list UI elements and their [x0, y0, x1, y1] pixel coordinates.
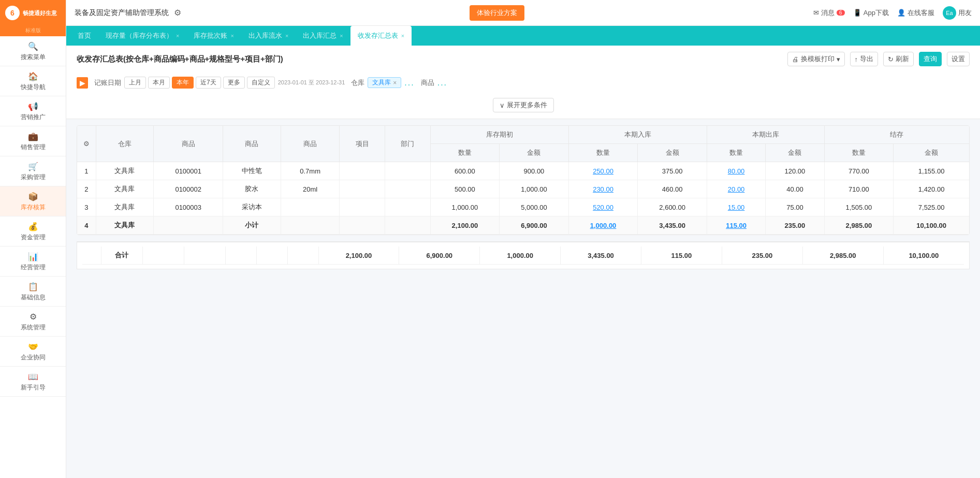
row-warehouse: 文具库: [96, 180, 154, 198]
tab-receipt-summary[interactable]: 收发存汇总表×: [350, 26, 412, 46]
tab-inventory[interactable]: 现存量（库存分布表）×: [98, 26, 186, 46]
goods-code-header: 商品: [154, 126, 223, 162]
inventory-icon: 📦: [28, 192, 38, 201]
goods-spec-header: 商品: [281, 126, 339, 162]
service-icon: 👤: [897, 9, 905, 17]
export-button[interactable]: ↑ 导出: [850, 52, 879, 66]
row-out-amt: 40.00: [766, 180, 824, 198]
sidebar-item-base-info[interactable]: 📋 基础信息: [0, 277, 66, 307]
tab-inout-flow[interactable]: 出入库流水×: [241, 26, 296, 46]
tab-inout-summary[interactable]: 出入库汇总×: [296, 26, 350, 46]
expand-conditions-button[interactable]: ∨ 展开更多条件: [493, 98, 554, 112]
row-out-amt: 120.00: [766, 162, 824, 180]
export-icon: ↑: [855, 55, 858, 63]
sidebar-item-operations[interactable]: 📊 经营管理: [0, 247, 66, 277]
footer-in-qty: 1,000.00: [480, 247, 561, 265]
row-in-qty[interactable]: 230.00: [568, 180, 638, 198]
print-icon: 🖨: [792, 55, 799, 63]
search-icon: 🔍: [28, 41, 38, 51]
row-start-amt: 6,900.00: [500, 216, 569, 235]
warehouse-more-dots[interactable]: ...: [404, 78, 414, 88]
date-btn-近7天[interactable]: 近7天: [196, 77, 221, 89]
query-button[interactable]: 查询: [919, 52, 942, 66]
row-goods-name: 中性笔: [223, 162, 281, 180]
goods-name-header: 商品: [223, 126, 281, 162]
app-subtitle: 标准版: [0, 26, 66, 36]
print-button[interactable]: 🖨 换模板打印 ▾: [787, 52, 845, 66]
table-row: 1 文具库 0100001 中性笔 0.7mm 600.00 900.00 25…: [77, 162, 969, 180]
row-bal-qty: 770.00: [824, 162, 894, 180]
warehouse-filter-group: 仓库 文具库 × ...: [351, 77, 414, 88]
user-avatar: Ea: [943, 6, 956, 20]
sidebar-item-sales[interactable]: 💼 销售管理: [0, 126, 66, 156]
date-btn-更多[interactable]: 更多: [223, 77, 245, 89]
sidebar-item-label: 销售管理: [21, 143, 46, 152]
department-header: 部门: [385, 126, 430, 162]
row-department: [385, 216, 430, 235]
row-in-amt: 375.00: [638, 162, 707, 180]
row-goods-name: 小计: [223, 216, 281, 235]
date-btn-自定义[interactable]: 自定义: [247, 77, 275, 89]
user-item[interactable]: Ea 用友: [943, 6, 972, 20]
row-in-qty[interactable]: 250.00: [568, 162, 638, 180]
settings-button[interactable]: 设置: [947, 52, 970, 66]
row-bal-qty: 1,505.00: [824, 198, 894, 216]
sidebar-item-system[interactable]: ⚙ 系统管理: [0, 307, 66, 337]
footer-label: 合计: [101, 247, 142, 265]
operations-icon: 📊: [28, 252, 38, 262]
refresh-icon: ↻: [888, 55, 894, 63]
tab-close-icon[interactable]: ×: [176, 33, 179, 39]
sidebar-item-inventory[interactable]: 📦 库存核算: [0, 186, 66, 216]
sidebar-item-marketing[interactable]: 📢 营销推广: [0, 96, 66, 126]
system-name: 装备及固定资产辅助管理系统: [75, 8, 169, 18]
sidebar-item-finance[interactable]: 💰 资金管理: [0, 216, 66, 247]
sidebar-item-label: 营销推广: [21, 113, 46, 122]
row-in-qty[interactable]: 1,000.00: [568, 216, 638, 235]
date-btn-本年[interactable]: 本年: [172, 77, 194, 89]
goods-more-dots[interactable]: ...: [437, 78, 447, 88]
footer-bal-qty: 2,985.00: [802, 247, 883, 265]
online-service-item[interactable]: 👤 在线客服: [897, 8, 934, 18]
row-bal-amt: 10,100.00: [894, 216, 969, 235]
sidebar-item-corp[interactable]: 🤝 企业协同: [0, 337, 66, 367]
refresh-button[interactable]: ↻ 刷新: [883, 52, 914, 66]
row-out-qty[interactable]: 15.00: [707, 198, 765, 216]
row-out-qty[interactable]: 20.00: [707, 180, 765, 198]
row-bal-amt: 1,155.00: [894, 162, 969, 180]
sidebar-item-purchase[interactable]: 🛒 采购管理: [0, 156, 66, 186]
row-bal-qty: 2,985.00: [824, 216, 894, 235]
message-item[interactable]: ✉ 消息 6: [813, 8, 845, 18]
try-button[interactable]: 体验行业方案: [470, 5, 524, 21]
sidebar-item-guide[interactable]: 📖 新手引导: [0, 367, 66, 397]
sidebar-item-label: 采购管理: [21, 173, 46, 182]
tab-close-icon[interactable]: ×: [401, 33, 404, 39]
date-btn-上月[interactable]: 上月: [124, 77, 146, 89]
app-title: 畅捷通好生意: [23, 9, 57, 17]
date-btn-本月[interactable]: 本月: [148, 77, 170, 89]
guide-icon: 📖: [28, 372, 38, 382]
row-project: [340, 198, 385, 216]
sidebar-item-label: 快捷导航: [21, 83, 46, 92]
table-row: 4 文具库 小计 2,100.00 6,900.00 1,000.00 3,43…: [77, 216, 969, 235]
row-goods-spec: [281, 198, 339, 216]
sidebar-item-quick-nav[interactable]: 🏠 快捷导航: [0, 66, 66, 96]
data-table-container: ⚙ 仓库 商品 商品 商品 项目 部门 库存期初 本期入库 本期出库 结存 数量: [77, 125, 970, 235]
tab-close-icon[interactable]: ×: [340, 33, 343, 39]
settings-icon[interactable]: ⚙: [174, 8, 181, 18]
tab-home[interactable]: 首页: [70, 26, 98, 46]
message-badge: 6: [837, 10, 845, 16]
row-out-qty[interactable]: 80.00: [707, 162, 765, 180]
warehouse-tag-remove[interactable]: ×: [393, 79, 397, 86]
tabs-bar: 首页现存量（库存分布表）×库存批次账×出入库流水×出入库汇总×收发存汇总表×: [66, 26, 980, 46]
tab-close-icon[interactable]: ×: [230, 33, 233, 39]
row-in-qty[interactable]: 520.00: [568, 198, 638, 216]
filter-expand-button[interactable]: ▶: [77, 77, 88, 89]
tab-close-icon[interactable]: ×: [285, 33, 288, 39]
sidebar-item-search[interactable]: 🔍 搜索菜单: [0, 36, 66, 66]
tab-batch[interactable]: 库存批次账×: [186, 26, 241, 46]
top-bar-center: 体验行业方案: [470, 5, 524, 21]
app-download-item[interactable]: 📱 App下载: [853, 8, 889, 18]
row-out-qty[interactable]: 115.00: [707, 216, 765, 235]
footer-goods-spec: [225, 247, 256, 265]
app-download-label: App下载: [864, 8, 889, 18]
